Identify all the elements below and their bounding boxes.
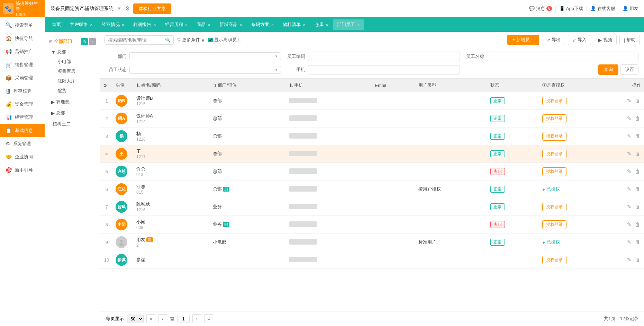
tab-close-barcode[interactable]: × [271, 22, 274, 27]
sidebar-item-guide[interactable]: 🎯 新手引导 [0, 164, 45, 177]
tab-close-dept-staff[interactable]: × [357, 22, 360, 27]
tab-operations[interactable]: 经营情况× [98, 19, 129, 30]
user-btn[interactable]: 👤 用友 [623, 6, 638, 12]
message-btn[interactable]: 💬 消息 6 [529, 6, 552, 12]
export-btn[interactable]: ↗ 导出 [542, 35, 565, 45]
delete-btn[interactable]: 🗑 [635, 257, 640, 263]
edit-btn[interactable]: ✎ [627, 151, 632, 157]
tab-close-customer[interactable]: × [90, 22, 93, 27]
app-download-btn[interactable]: 📱 App下载 [559, 6, 583, 12]
delete-btn[interactable]: 🗑 [635, 133, 640, 139]
next-page-btn[interactable]: › [192, 314, 201, 323]
edit-btn[interactable]: ✎ [627, 186, 632, 192]
experience-btn[interactable]: 体验行业方案 [133, 3, 171, 14]
tab-dept-staff[interactable]: 部门员工× [333, 19, 364, 30]
show-resigned-checkbox[interactable] [208, 38, 213, 42]
add-employee-btn[interactable]: + 新增员工 [507, 35, 539, 45]
view-btn[interactable]: ▶ 视频 [594, 35, 617, 45]
tab-bom[interactable]: 物料清单× [279, 19, 310, 30]
more-filters-btn[interactable]: ▽ 更多条件 ∧ [177, 37, 205, 43]
delete-btn[interactable]: 🗑 [635, 98, 640, 104]
dept-filter-select[interactable]: ▼ [129, 52, 281, 60]
auth-btn[interactable]: 授权登录 [542, 114, 566, 123]
delete-btn[interactable]: 🗑 [635, 221, 640, 227]
edit-btn[interactable]: ✎ [627, 133, 632, 139]
tab-close-history[interactable]: × [185, 22, 188, 27]
tab-close-operations[interactable]: × [122, 22, 125, 27]
tab-customer[interactable]: 客户联络× [66, 19, 97, 30]
name-filter-input[interactable] [487, 52, 638, 61]
delete-btn[interactable]: 🗑 [635, 186, 640, 192]
tree-group-header-planting[interactable]: 植树王二 [48, 119, 97, 129]
sidebar-item-finance[interactable]: 💰 资金管理 [0, 98, 45, 111]
tree-group-header-shuanglu[interactable]: ▶ 双鹿想 [48, 97, 97, 107]
tab-close-bom[interactable]: × [303, 22, 306, 27]
auth-btn[interactable]: 授权登录 [542, 203, 566, 211]
tab-home[interactable]: 首页 [48, 19, 65, 30]
tree-group-header-hq[interactable]: ▼ 总部 [48, 47, 97, 57]
sidebar-item-system[interactable]: ⚙ 系统管理 [0, 137, 45, 150]
tree-item-small-elec[interactable]: 小电部 [48, 57, 97, 67]
show-resigned-label[interactable]: 显示离职员工 [208, 37, 241, 43]
sidebar-item-marketing[interactable]: 📢 营销推广 [0, 45, 45, 58]
page-input[interactable] [177, 315, 190, 323]
page-size-select[interactable]: 50 [127, 315, 144, 323]
help-btn[interactable]: | 帮助 [619, 35, 640, 45]
phone-filter-input[interactable] [308, 65, 460, 74]
settings-icon[interactable]: ⚙ [125, 5, 130, 12]
sidebar-item-quick-nav[interactable]: 🏠 快捷导航 [0, 32, 45, 45]
code-filter-input[interactable] [308, 52, 460, 61]
dropdown-arrow[interactable]: ▼ [117, 6, 121, 11]
first-page-btn[interactable]: « [146, 314, 155, 323]
sidebar-item-enterprise[interactable]: 🤝 企业协同 [0, 150, 45, 164]
sidebar-item-operations[interactable]: 📊 经营管理 [0, 111, 45, 124]
tree-collapse-btn[interactable]: « [89, 38, 96, 45]
prev-page-btn[interactable]: ‹ [158, 314, 167, 323]
sidebar-item-inventory[interactable]: 🗄 库存核算 [0, 85, 45, 98]
tab-new-goods[interactable]: 新增商品× [215, 19, 246, 30]
sidebar-item-basic-info[interactable]: 📋 基础信息 [0, 124, 45, 137]
auth-btn[interactable]: 授权登录 [542, 167, 566, 176]
col-settings-icon[interactable]: ⚙ [103, 83, 107, 88]
search-btn[interactable]: 查询 [598, 64, 618, 75]
tree-group-header-hq2[interactable]: ▶ 总部 [48, 108, 97, 118]
auth-btn[interactable]: 授权登录 [542, 220, 566, 229]
auth-btn[interactable]: 授权登录 [542, 132, 566, 141]
last-page-btn[interactable]: » [204, 314, 213, 323]
tab-close-warehouse[interactable]: × [326, 22, 328, 27]
tab-barcode[interactable]: 条码方案× [247, 19, 278, 30]
edit-btn[interactable]: ✎ [627, 204, 632, 210]
edit-btn[interactable]: ✎ [627, 221, 632, 227]
tree-item-distribution[interactable]: 配货 [48, 86, 97, 96]
auth-btn[interactable]: 授权登录 [542, 150, 566, 158]
edit-btn[interactable]: ✎ [627, 168, 632, 174]
tab-close-new-goods[interactable]: × [239, 22, 242, 27]
import-btn[interactable]: ↙ 导入 [568, 35, 591, 45]
edit-btn[interactable]: ✎ [627, 115, 632, 121]
tree-edit-btn[interactable]: ✎ [81, 38, 88, 45]
delete-btn[interactable]: 🗑 [635, 151, 640, 157]
status-filter-select[interactable]: ▼ [129, 66, 281, 74]
auth-btn[interactable]: 授权登录 [542, 256, 566, 264]
tab-profit[interactable]: 利润报告× [129, 19, 160, 30]
tree-item-project-room[interactable]: 项目库房 [48, 67, 97, 76]
online-service-btn[interactable]: 👤 在线客服 [590, 6, 615, 12]
edit-btn[interactable]: ✎ [627, 239, 632, 245]
tree-item-shenyang[interactable]: 沈阳大库 [48, 76, 97, 86]
edit-btn[interactable]: ✎ [627, 257, 632, 263]
set-btn[interactable]: 设置 [620, 64, 638, 75]
delete-btn[interactable]: 🗑 [635, 204, 640, 210]
tab-close-profit[interactable]: × [153, 22, 156, 27]
sidebar-item-search[interactable]: 🔍 搜索菜单 [0, 19, 45, 32]
tab-close-goods[interactable]: × [208, 22, 210, 27]
tab-goods[interactable]: 商品× [192, 19, 215, 30]
edit-btn[interactable]: ✎ [627, 98, 632, 104]
delete-btn[interactable]: 🗑 [635, 168, 640, 174]
delete-btn[interactable]: 🗑 [635, 115, 640, 121]
tab-history[interactable]: 经营历程× [161, 19, 192, 30]
sidebar-item-purchase[interactable]: 📦 采购管理 [0, 71, 45, 85]
tab-warehouse[interactable]: 仓库× [310, 19, 333, 30]
sidebar-item-sales[interactable]: 🛒 销售管理 [0, 58, 45, 71]
search-input[interactable] [108, 37, 164, 43]
delete-btn[interactable]: 🗑 [635, 239, 640, 245]
